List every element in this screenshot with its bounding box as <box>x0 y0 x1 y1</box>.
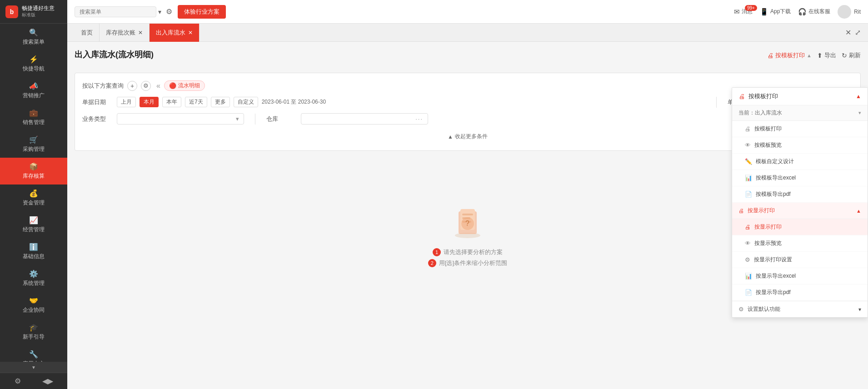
sidebar-icon-9: ⚙️ <box>29 269 38 278</box>
warehouse-select[interactable]: ··· <box>301 113 428 125</box>
sidebar-label-10: 企业协同 <box>23 306 45 314</box>
tab-0[interactable]: 首页 <box>75 24 100 42</box>
sidebar-icon-4: 🛒 <box>29 135 38 144</box>
sidebar-scroll-down[interactable]: ▼ <box>0 362 67 373</box>
sidebar-settings-icon[interactable]: ⚙ <box>15 377 21 385</box>
sidebar-item-12[interactable]: 🔧应用中心 <box>0 345 67 362</box>
action-bar: 🖨 按模板打印 ▲ ⬆ 导出 ↻ 刷新 <box>767 51 861 60</box>
close-window-btn[interactable]: ✕ <box>845 28 851 37</box>
print-template-arrow: ▲ <box>807 53 812 58</box>
trial-button[interactable]: 体验行业方案 <box>178 5 226 19</box>
sidebar-item-5[interactable]: 📦库存核算 <box>0 158 67 185</box>
tab-2[interactable]: 出入库流水✕ <box>150 24 200 42</box>
dropdown-template-item-1[interactable]: 👁按模板预览 <box>732 137 868 154</box>
dropdown-template-item-4[interactable]: 📄按模板导出pdf <box>732 186 868 203</box>
date-btn-上月[interactable]: 上月 <box>117 97 136 107</box>
date-btn-更多[interactable]: 更多 <box>211 97 230 107</box>
tab-close-2[interactable]: ✕ <box>188 30 193 36</box>
headset-icon: 🎧 <box>798 8 807 16</box>
sidebar-label-3: 销售管理 <box>23 119 45 126</box>
online-service-btn[interactable]: 🎧 在线客服 <box>798 8 830 16</box>
header-settings-icon[interactable]: ⚙ <box>166 7 172 16</box>
display-item-label-2: 按显示打印设置 <box>754 256 792 264</box>
footer-label: 设置默认功能 <box>748 305 780 313</box>
section-arrow-icon[interactable]: ▲ <box>856 208 861 214</box>
dropdown-display-item-4[interactable]: 📄按显示导出pdf <box>732 284 868 301</box>
collapse-sidebar-btn[interactable]: « <box>156 82 160 90</box>
sidebar-label-12: 应用中心 <box>23 360 45 362</box>
sidebar-icon-0: 🔍 <box>29 28 38 37</box>
divider2 <box>255 114 255 125</box>
maximize-window-btn[interactable]: ⤢ <box>855 28 861 37</box>
search-input[interactable] <box>75 6 156 17</box>
sidebar-nav: 🔍搜索菜单⚡快捷导航📣营销推广💼销售管理🛒采购管理📦库存核算💰资金管理📈经营管理… <box>0 24 67 362</box>
sidebar-item-11[interactable]: 🎓新手引导 <box>0 319 67 345</box>
footer-settings-icon: ⚙ <box>738 306 744 313</box>
search-panel-label: 按以下方案查询 <box>82 82 124 90</box>
display-section-icon: 🖨 <box>738 208 744 214</box>
sidebar-collapse-icon[interactable]: ◀▶ <box>42 377 53 385</box>
print-template-btn[interactable]: 🖨 按模板打印 ▲ <box>767 51 812 60</box>
refresh-icon: ↻ <box>842 52 847 59</box>
sidebar-label-0: 搜索菜单 <box>23 38 45 46</box>
dropdown-display-item-3[interactable]: 📊按显示导出excel <box>732 268 868 284</box>
date-btn-本年[interactable]: 本年 <box>162 97 181 107</box>
export-icon: ⬆ <box>817 52 823 59</box>
header: ▾ ⚙ 体验行业方案 ✉ 消息 99+ 📱 App下载 🎧 在线客服 Rit <box>67 0 868 24</box>
dropdown-display-item-1[interactable]: 👁按显示预览 <box>732 235 868 252</box>
dropdown-item-label-2: 模板自定义设计 <box>756 158 794 165</box>
sidebar-item-10[interactable]: 🤝企业协同 <box>0 292 67 319</box>
dropdown-item-label-3: 按模板导出excel <box>756 174 796 182</box>
sidebar-item-9[interactable]: ⚙️系统管理 <box>0 265 67 292</box>
date-btn-自定义[interactable]: 自定义 <box>234 97 258 107</box>
date-btn-近7天[interactable]: 近7天 <box>185 97 207 107</box>
business-type-select[interactable]: ▾ <box>117 113 244 125</box>
sidebar-item-3[interactable]: 💼销售管理 <box>0 104 67 131</box>
tab-close-1[interactable]: ✕ <box>138 30 143 36</box>
condition-settings-btn[interactable]: ⚙ <box>141 81 151 91</box>
current-template-label: 当前：出入库流水 <box>738 109 782 117</box>
printer-icon: 🖨 <box>767 52 773 59</box>
dropdown-display-section[interactable]: 🖨按显示打印▲ <box>732 203 868 219</box>
sidebar-item-7[interactable]: 📈经营管理 <box>0 211 67 238</box>
sidebar-label-6: 资金管理 <box>23 199 45 207</box>
dropdown-display-item-0[interactable]: 🖨按显示打印 <box>732 219 868 235</box>
app-logo-sub: 标准版 <box>22 12 55 18</box>
sidebar-item-4[interactable]: 🛒采购管理 <box>0 131 67 158</box>
dropdown-template-item-2[interactable]: ✏️模板自定义设计 <box>732 154 868 170</box>
footer-arrow-icon: ▾ <box>858 306 861 313</box>
warehouse-more-icon[interactable]: ··· <box>415 115 423 122</box>
add-condition-btn[interactable]: + <box>127 81 137 91</box>
dropdown-footer[interactable]: ⚙设置默认功能▾ <box>732 301 868 317</box>
dropdown-close-icon[interactable]: ▲ <box>856 93 861 100</box>
header-dropdown-btn[interactable]: ▾ <box>158 8 161 15</box>
user-profile[interactable]: Rit <box>838 5 861 19</box>
date-label: 单据日期 <box>82 98 110 106</box>
sidebar-item-2[interactable]: 📣营销推广 <box>0 77 67 104</box>
app-logo-name: 畅捷通好生意 <box>22 5 55 12</box>
dropdown-template-item-0[interactable]: 🖨按模板打印 <box>732 121 868 137</box>
refresh-btn[interactable]: ↻ 刷新 <box>842 51 861 60</box>
export-btn[interactable]: ⬆ 导出 <box>817 51 836 60</box>
app-download-btn[interactable]: 📱 App下载 <box>760 8 791 16</box>
dropdown-sub-header: 当前：出入库流水 ▾ <box>732 105 868 121</box>
tab-label-0: 首页 <box>81 29 93 37</box>
page-title: 出入库流水(流水明细) <box>75 49 154 60</box>
dropdown-display-item-2[interactable]: ⚙按显示打印设置 <box>732 252 868 268</box>
sidebar-item-0[interactable]: 🔍搜索菜单 <box>0 24 67 50</box>
messages-btn[interactable]: ✉ 消息 99+ <box>734 8 753 16</box>
filter-tag-liushui[interactable]: 🔴 流水明细 <box>164 80 205 91</box>
business-arrow-icon: ▾ <box>236 115 239 122</box>
tabs-bar: 首页库存批次账✕出入库流水✕ ✕ ⤢ <box>67 24 868 42</box>
sidebar-item-6[interactable]: 💰资金管理 <box>0 185 67 211</box>
display-item-icon-4: 📄 <box>745 289 752 296</box>
sidebar-item-1[interactable]: ⚡快捷导航 <box>0 50 67 77</box>
sidebar-icon-12: 🔧 <box>29 350 38 359</box>
tab-1[interactable]: 库存批次账✕ <box>100 24 150 42</box>
date-btn-本月[interactable]: 本月 <box>140 97 159 107</box>
dropdown-printer-icon: 🖨 <box>738 93 745 100</box>
dropdown-template-item-3[interactable]: 📊按模板导出excel <box>732 170 868 186</box>
sub-arrow-icon[interactable]: ▾ <box>858 110 861 116</box>
sidebar-label-8: 基础信息 <box>23 253 45 260</box>
sidebar-item-8[interactable]: ℹ️基础信息 <box>0 238 67 265</box>
